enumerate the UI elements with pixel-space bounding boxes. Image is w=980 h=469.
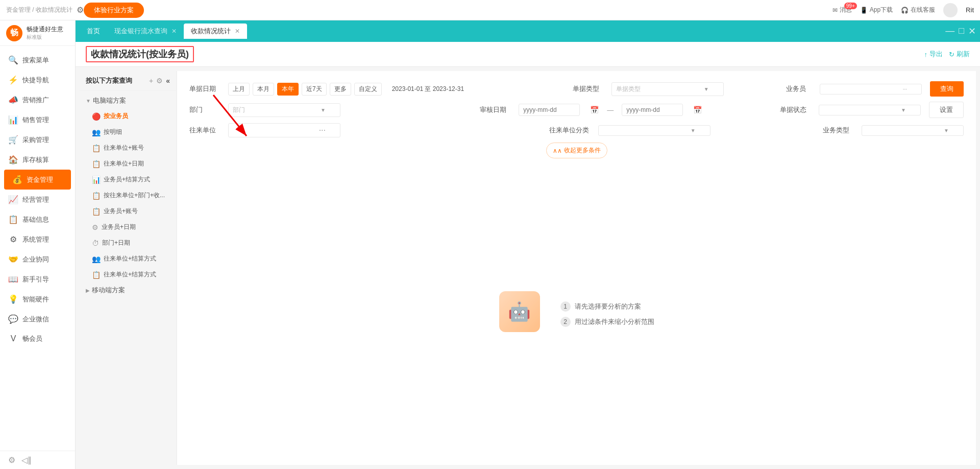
window-minimize-icon[interactable]: — (945, 26, 954, 37)
window-maximize-icon[interactable]: □ (959, 26, 964, 37)
logo-area: 畅 畅捷通好生意 标准版 (0, 20, 75, 46)
dept-select[interactable]: 部门 ▼ (228, 103, 340, 117)
scheme-item-icon-0-8: ⏱ (92, 239, 99, 247)
logo-text: 畅捷通好生意 标准版 (27, 26, 63, 40)
scheme-item-icon-0-3: 📋 (92, 160, 101, 168)
date-btn-近7天[interactable]: 近7天 (302, 83, 327, 96)
tab-receipt[interactable]: 收款情况统计✕ (184, 24, 247, 39)
sidebar-label-search: 搜索菜单 (22, 56, 49, 65)
sidebar-icon-member: V (8, 334, 18, 343)
dept-value: 部门 (233, 106, 245, 114)
calendar-icon-left[interactable]: 📅 (590, 106, 599, 114)
scheme-item-0-0[interactable]: 🔴按业务员 (80, 108, 176, 124)
sidebar-label-sales: 销售管理 (22, 115, 49, 125)
scheme-item-icon-0-1: 👥 (92, 128, 101, 136)
scheme-item-0-8[interactable]: ⏱部门+日期 (80, 235, 176, 251)
top-header-left: 资金管理 / 收款情况统计 ⚙ (6, 5, 84, 15)
refresh-button[interactable]: ↻ 刷新 (949, 50, 970, 59)
counterparty-category-label: 往来单位分类 (549, 126, 590, 135)
message-button[interactable]: ✉ 消息 99+ (832, 6, 852, 14)
sidebar-item-guide[interactable]: 📖新手引导 (0, 269, 75, 289)
query-button[interactable]: 查询 (930, 81, 964, 97)
hint-num-2: 2 (560, 317, 571, 327)
biz-type-select[interactable]: ▼ (862, 125, 964, 136)
trial-button[interactable]: 体验行业方案 (84, 3, 144, 18)
scheme-item-0-4[interactable]: 📊业务员+结算方式 (80, 172, 176, 187)
sidebar-item-collab[interactable]: 🤝企业协同 (0, 249, 75, 269)
sidebar-item-wechat[interactable]: 💬企业微信 (0, 309, 75, 329)
scheme-item-0-10[interactable]: 📋往来单位+结算方式 (80, 267, 176, 283)
review-date-from[interactable] (519, 104, 580, 116)
export-button[interactable]: ↑ 导出 (924, 50, 943, 59)
sidebar-item-search[interactable]: 🔍搜索菜单 (0, 50, 75, 70)
sidebar-item-system[interactable]: ⚙系统管理 (0, 229, 75, 249)
counterparty-select[interactable]: ··· (228, 123, 340, 137)
scheme-group-title-0[interactable]: ▼电脑端方案 (80, 93, 176, 108)
sidebar-item-basic[interactable]: 📋基础信息 (0, 209, 75, 229)
date-btn-本月[interactable]: 本月 (253, 83, 274, 96)
doc-type-select[interactable]: 单据类型 ▼ (611, 82, 724, 96)
date-btn-本年[interactable]: 本年 (277, 83, 299, 96)
sidebar-item-operation[interactable]: 📈经营管理 (0, 190, 75, 209)
date-btn-更多[interactable]: 更多 (330, 83, 351, 96)
sidebar-item-quick[interactable]: ⚡快捷导航 (0, 70, 75, 90)
empty-state-content: 🤖 1 请先选择要分析的方案 2 用过滤条件来缩小分析范围 (499, 291, 654, 342)
scheme-item-0-2[interactable]: 📋往来单位+账号 (80, 140, 176, 156)
scheme-group-title-1[interactable]: ▶移动端方案 (80, 283, 176, 298)
tab-label-home: 首页 (87, 27, 100, 36)
online-service-button[interactable]: 🎧 在线客服 (901, 6, 935, 14)
sidebar-icon-guide: 📖 (8, 274, 18, 284)
scheme-collapse-icon[interactable]: « (166, 77, 170, 85)
sidebar-item-member[interactable]: V畅会员 (0, 329, 75, 348)
hint-item-1: 1 请先选择要分析的方案 (560, 301, 654, 312)
scheme-item-label-0-3: 往来单位+日期 (104, 159, 144, 168)
sidebar-collapse-btn[interactable]: ◁∥ (21, 455, 32, 465)
date-btn-自定义[interactable]: 自定义 (354, 83, 382, 96)
collapse-button[interactable]: ∧∧ 收起更多条件 (546, 143, 607, 158)
phone-icon: 📱 (860, 7, 868, 14)
counterparty-category-select[interactable]: ▼ (598, 125, 710, 136)
tab-home[interactable]: 首页 (80, 24, 107, 39)
scheme-panel: 按以下方案查询 + ⚙ « ▼电脑端方案🔴按业务员👥按明细📋往来单位+账号📋往来… (80, 71, 177, 465)
review-date-to[interactable] (622, 104, 683, 116)
sidebar-nav: 🔍搜索菜单⚡快捷导航📣营销推广📊销售管理🛒采购管理🏠库存核算💰资金管理📈经营管理… (0, 46, 75, 451)
tab-close-receipt[interactable]: ✕ (235, 28, 240, 35)
sidebar-settings-btn[interactable]: ⚙ (8, 455, 15, 465)
tab-close-cash[interactable]: ✕ (172, 28, 177, 35)
scheme-setting-icon[interactable]: ⚙ (156, 77, 163, 85)
sidebar-item-hardware[interactable]: 💡智能硬件 (0, 289, 75, 309)
sidebar-item-marketing[interactable]: 📣营销推广 (0, 90, 75, 110)
user-avatar[interactable] (943, 3, 958, 17)
scheme-item-icon-0-4: 📊 (92, 176, 101, 184)
scheme-item-0-9[interactable]: 👥往来单位+结算方式 (80, 251, 176, 267)
scheme-item-0-5[interactable]: 📋按往来单位+部门+收... (80, 187, 176, 203)
counterparty-more-icon[interactable]: ··· (319, 126, 326, 135)
scheme-item-0-7[interactable]: ⚙业务员+日期 (80, 219, 176, 235)
doc-status-select[interactable]: ▼ (819, 105, 921, 115)
sidebar-icon-finance: 💰 (12, 175, 22, 184)
scheme-item-0-3[interactable]: 📋往来单位+日期 (80, 156, 176, 172)
settings-button[interactable]: 设置 (929, 102, 964, 118)
sidebar-icon-inventory: 🏠 (8, 155, 18, 165)
tab-cash[interactable]: 现金银行流水查询✕ (107, 24, 184, 39)
scheme-item-0-1[interactable]: 👥按明细 (80, 124, 176, 140)
logo-icon: 畅 (6, 25, 22, 41)
counterparty-category-chevron: ▼ (691, 128, 696, 133)
salesman-select[interactable]: ··· (820, 84, 922, 95)
app-download-button[interactable]: 📱 App下载 (860, 6, 893, 14)
counterparty-label: 往来单位 (189, 126, 220, 135)
sidebar-item-purchase[interactable]: 🛒采购管理 (0, 130, 75, 150)
empty-hint: 1 请先选择要分析的方案 2 用过滤条件来缩小分析范围 (560, 301, 654, 332)
gear-icon-top[interactable]: ⚙ (77, 5, 84, 15)
filter-row-dept: 部门 部门 ▼ 审核日期 📅 — (189, 102, 964, 118)
date-btn-上月[interactable]: 上月 (228, 83, 250, 96)
scheme-add-icon[interactable]: + (149, 77, 153, 85)
sidebar-item-sales[interactable]: 📊销售管理 (0, 110, 75, 130)
scheme-item-0-6[interactable]: 📋业务员+账号 (80, 203, 176, 219)
sidebar-item-inventory[interactable]: 🏠库存核算 (0, 150, 75, 170)
message-icon: ✉ (832, 7, 838, 14)
hint-text-2: 用过滤条件来缩小分析范围 (575, 317, 654, 326)
calendar-icon-right[interactable]: 📅 (693, 106, 702, 114)
window-close-icon[interactable]: ✕ (968, 26, 976, 37)
sidebar-item-finance[interactable]: 💰资金管理 (4, 170, 71, 190)
